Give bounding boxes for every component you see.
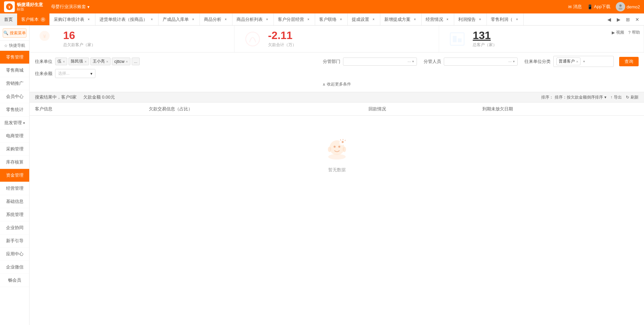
svg-point-15 bbox=[343, 147, 346, 152]
sidebar-item-operation-mgmt[interactable]: 经营管理 bbox=[0, 182, 29, 195]
top-bar-right: ✉ 消息 📱 App下载 demo2 bbox=[568, 2, 640, 11]
close-icon[interactable]: × bbox=[41, 17, 45, 22]
tab-product-entry[interactable]: 产成品入库单 × bbox=[159, 13, 200, 26]
unit-tags: 伍 × 陈民强 × 王小亮 × cjttcw × bbox=[55, 58, 316, 65]
tag-close-icon[interactable]: × bbox=[126, 60, 128, 64]
category-tag[interactable]: 普通客户 × bbox=[556, 58, 581, 65]
close-icon[interactable]: × bbox=[265, 17, 269, 22]
refresh-btn[interactable]: ↻ 刷新 bbox=[626, 95, 639, 100]
tab-close-all-btn[interactable]: ✕ bbox=[633, 15, 641, 24]
video-icon: ▶ bbox=[612, 30, 615, 35]
sidebar-item-member-center[interactable]: 会员中心 bbox=[0, 90, 29, 103]
tab-retail-profit[interactable]: 零售利润（ × bbox=[487, 13, 524, 26]
tab-new-raise-plan[interactable]: 新增提成方案 × bbox=[380, 13, 422, 26]
sidebar-item-batch-mgmt[interactable]: 批发管理 ▾ bbox=[0, 116, 29, 130]
stats-bar: ¥ 16 总欠款客户（家） -2.11 欠款合计（万 bbox=[30, 26, 644, 52]
filter-row-1: 往来单位 伍 × 陈民强 × 王小亮 × cjttcw bbox=[35, 56, 639, 67]
col-customer-info: 客户信息 bbox=[30, 103, 143, 116]
chevron-down-icon: ▾ bbox=[23, 121, 25, 125]
close-icon[interactable]: × bbox=[478, 17, 482, 22]
close-icon[interactable]: × bbox=[371, 17, 376, 22]
tab-customer-ledger[interactable]: 客户账本 × bbox=[17, 13, 50, 26]
close-icon[interactable]: × bbox=[515, 17, 519, 22]
sidebar-item-basic-info[interactable]: 基础信息 bbox=[0, 195, 29, 208]
collapse-btn[interactable]: ∧ 收起更多条件 bbox=[35, 80, 639, 88]
download-icon: 📱 bbox=[587, 4, 593, 9]
top-bar-left: ¥ 畅捷通好生意 标版 母婴行业演示账套 ▾ bbox=[4, 1, 90, 12]
close-icon[interactable]: × bbox=[86, 17, 91, 22]
all-customers-icon bbox=[447, 29, 467, 49]
tab-next-btn[interactable]: ▶ bbox=[614, 15, 622, 24]
user-avatar-btn[interactable]: demo2 bbox=[616, 2, 640, 11]
close-icon[interactable]: × bbox=[445, 17, 450, 22]
sidebar-item-new-guide[interactable]: 新手引导 bbox=[0, 234, 29, 248]
tab-customer-connect[interactable]: 客户联络 × bbox=[315, 13, 348, 26]
close-icon[interactable]: × bbox=[413, 17, 417, 22]
tab-prev-btn[interactable]: ◀ bbox=[605, 15, 613, 24]
sidebar-item-app-center[interactable]: 应用中心 bbox=[0, 248, 29, 261]
tag-close-icon[interactable]: × bbox=[63, 60, 65, 64]
sidebar-item-system-mgmt[interactable]: 系统管理 bbox=[0, 208, 29, 221]
filter-row-2: 往来余额 选择... ▾ bbox=[35, 69, 639, 78]
org-selector[interactable]: 母婴行业演示账套 ▾ bbox=[51, 4, 90, 10]
quick-nav-btn[interactable]: ☆ 快捷导航 bbox=[0, 41, 29, 51]
video-link[interactable]: ▶ 视频 bbox=[612, 30, 624, 35]
chevron-up-icon: ∧ bbox=[323, 82, 326, 87]
stat-number-debt: -2.11 bbox=[268, 30, 296, 41]
tab-purchase-order-stats[interactable]: 采购订单统计表 × bbox=[50, 13, 95, 26]
close-icon[interactable]: × bbox=[306, 17, 311, 22]
filter-tag-0[interactable]: 伍 × bbox=[55, 58, 67, 65]
sidebar-item-vip-member[interactable]: 畅会员 bbox=[0, 274, 29, 287]
tag-close-icon[interactable]: × bbox=[576, 60, 578, 64]
tab-profit-report[interactable]: 利润报告 × bbox=[454, 13, 487, 26]
sidebar: 🔍 搜索菜单 ☆ 快捷导航 零售管理 零售商城 营销推广 会员中心 零售统计 批… bbox=[0, 26, 30, 325]
tab-business-status[interactable]: 经营情况 × bbox=[422, 13, 454, 26]
help-icon: ? bbox=[628, 30, 631, 35]
sidebar-item-retail-mgmt[interactable]: 零售管理 bbox=[0, 51, 29, 64]
nav-tab-controls: ◀ ▶ ⊞ ✕ bbox=[605, 15, 644, 24]
stat-number-customers: 16 bbox=[63, 30, 95, 41]
tab-product-analysis-list[interactable]: 商品分析列表 × bbox=[232, 13, 274, 26]
search-icon: 🔍 bbox=[3, 31, 8, 35]
stat-number-all-customers: 131 bbox=[473, 30, 497, 41]
tag-close-icon[interactable]: × bbox=[84, 60, 86, 64]
filter-tag-1[interactable]: 陈民强 × bbox=[69, 58, 89, 65]
sidebar-item-enterprise-collab[interactable]: 企业协同 bbox=[0, 221, 29, 234]
sidebar-item-enterprise-wechat[interactable]: 企业微信 bbox=[0, 261, 29, 274]
sidebar-item-retail-stats[interactable]: 零售统计 bbox=[0, 103, 29, 116]
chevron-down-icon: ▾ bbox=[87, 4, 90, 9]
content-area: ¥ 16 总欠款客户（家） -2.11 欠款合计（万 bbox=[30, 26, 644, 325]
filter-tag-2[interactable]: 王小亮 × bbox=[90, 58, 111, 65]
close-icon[interactable]: × bbox=[191, 17, 196, 22]
filter-tag-3[interactable]: cjttcw × bbox=[112, 58, 130, 65]
sidebar-item-purchase-mgmt[interactable]: 采购管理 bbox=[0, 143, 29, 156]
dept-select[interactable]: ··· ▾ bbox=[343, 58, 417, 66]
person-select[interactable]: ··· ▾ bbox=[444, 58, 518, 66]
app-download-btn[interactable]: 📱 App下载 bbox=[587, 4, 610, 10]
tag-close-icon[interactable]: × bbox=[106, 60, 108, 64]
tab-customer-segment[interactable]: 客户分层经营 × bbox=[274, 13, 315, 26]
tab-raise-setting[interactable]: 提成设置 × bbox=[348, 13, 380, 26]
message-btn[interactable]: ✉ 消息 bbox=[568, 4, 582, 10]
stat-total-debt: -2.11 欠款合计（万） bbox=[234, 26, 439, 52]
sidebar-item-retail-mall[interactable]: 零售商城 bbox=[0, 64, 29, 77]
tab-product-analysis[interactable]: 商品分析 × bbox=[200, 13, 232, 26]
balance-select[interactable]: 选择... ▾ bbox=[55, 69, 95, 78]
close-icon[interactable]: × bbox=[223, 17, 228, 22]
sidebar-item-inventory[interactable]: 库存核算 bbox=[0, 156, 29, 169]
query-button[interactable]: 查询 bbox=[619, 57, 639, 66]
tab-home[interactable]: 首页 bbox=[0, 13, 17, 26]
help-link[interactable]: ? 帮助 bbox=[628, 30, 640, 35]
tab-stock-stats[interactable]: 进货单统计表（按商品） × bbox=[95, 13, 159, 26]
close-icon[interactable]: × bbox=[149, 17, 154, 22]
close-icon[interactable]: × bbox=[339, 17, 343, 22]
search-menu-btn[interactable]: 🔍 搜索菜单 bbox=[3, 28, 27, 38]
tab-expand-btn[interactable]: ⊞ bbox=[624, 15, 632, 24]
filter-tag-more[interactable]: ... bbox=[132, 58, 140, 65]
sidebar-item-marketing[interactable]: 营销推广 bbox=[0, 77, 29, 90]
sidebar-item-capital-mgmt[interactable]: 资金管理 bbox=[0, 169, 29, 182]
sort-select[interactable]: 排序： 排序：按欠款金额倒序排序 ▾ bbox=[541, 95, 606, 100]
sidebar-item-ecommerce[interactable]: 电商管理 bbox=[0, 130, 29, 143]
export-btn[interactable]: ↑ 导出 bbox=[610, 95, 622, 100]
category-select[interactable]: 普通客户 × ▾ bbox=[553, 56, 614, 67]
